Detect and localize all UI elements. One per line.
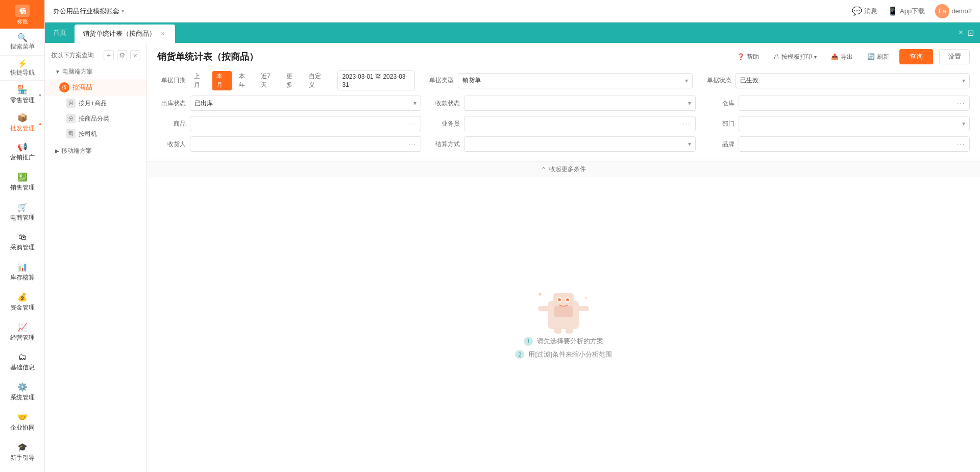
chevron-icon: ▴ xyxy=(39,120,41,126)
doc-status-control[interactable]: 已生效 ▾ xyxy=(736,73,970,88)
scheme-settings-btn[interactable]: ⚙ xyxy=(117,50,127,60)
app-logo: 畅 标账 xyxy=(0,0,45,29)
message-icon: 💬 xyxy=(852,6,862,16)
payment-status-control[interactable]: ▾ xyxy=(464,96,695,111)
goods-label: 商品 xyxy=(157,120,190,128)
filter-row-4: 收货人 ··· 结算方式 ▾ 品牌 ··· xyxy=(157,136,970,152)
sidebar-item-retail[interactable]: 🏪 零售管理 ▾ xyxy=(0,81,44,109)
window-expand-btn[interactable]: ⊡ xyxy=(967,28,974,38)
sidebar-label: 经营管理 xyxy=(10,334,35,342)
filter-row-1: 单据日期 上月 本月 本年 近7天 更多 自定义 2023-03-01 至 20… xyxy=(157,70,970,90)
expand-icon: ▼ xyxy=(55,69,60,75)
collapse-up-icon: ⌃ xyxy=(541,166,546,173)
brand-control[interactable]: ··· xyxy=(739,136,970,152)
pc-section-group[interactable]: ▼ 电脑端方案 xyxy=(45,64,146,79)
panel-title: 按以下方案查询 xyxy=(51,51,94,60)
empty-illustration: ✦ ✦ xyxy=(533,286,594,337)
export-btn[interactable]: 📤 导出 xyxy=(827,51,857,63)
tree-sub-item-month-goods[interactable]: 月 按月+商品 xyxy=(45,96,146,111)
tab-actions: × ⊡ xyxy=(959,28,980,38)
goods-control[interactable]: ··· xyxy=(190,116,421,131)
warehouse-control[interactable]: ··· xyxy=(739,96,970,111)
sidebar-item-finance[interactable]: 💰 资金管理 xyxy=(0,287,44,317)
filter-wrapper: 单据日期 上月 本月 本年 近7天 更多 自定义 2023-03-01 至 20… xyxy=(147,64,980,177)
date-tab-prev[interactable]: 上月 xyxy=(190,71,209,90)
sidebar-item-purchase[interactable]: 🛍 采购管理 xyxy=(0,227,44,257)
sidebar-label: 企业协同 xyxy=(10,423,35,432)
doc-type-control[interactable]: 销货单 ▾ xyxy=(458,73,692,88)
date-label: 单据日期 xyxy=(157,76,190,85)
sidebar-quick-nav[interactable]: ⚡ 快捷导航 xyxy=(0,56,44,81)
sidebar-search[interactable]: 🔍 搜索菜单 xyxy=(0,29,44,56)
message-btn[interactable]: 💬 消息 xyxy=(852,6,877,16)
industry-label: 办公用品行业模拟账套 xyxy=(53,7,119,16)
filter-section: 单据日期 上月 本月 本年 近7天 更多 自定义 2023-03-01 至 20… xyxy=(147,64,980,158)
date-tab-cur[interactable]: 本月 xyxy=(212,71,232,90)
sidebar-item-ecommerce[interactable]: 🛒 电商管理 xyxy=(0,197,44,227)
sidebar-label: 资金管理 xyxy=(10,303,35,312)
industry-dropdown[interactable]: 办公用品行业模拟账套 ▾ xyxy=(53,7,124,16)
sub-icon-month: 月 xyxy=(66,99,76,108)
panel-header: 按以下方案查询 + ⚙ « xyxy=(45,48,146,64)
sidebar-item-apps[interactable]: 🔲 应用中心 xyxy=(0,467,44,472)
page-title-bar: 销货单统计表（按商品） ❓ 帮助 🖨 按模板打印 ▾ 📤 导出 xyxy=(147,43,980,64)
sidebar-label: 销售管理 xyxy=(10,183,35,192)
date-tab-week[interactable]: 近7天 xyxy=(257,71,279,90)
sidebar-label: 采购管理 xyxy=(10,243,35,252)
window-close-btn[interactable]: × xyxy=(959,28,963,37)
sub-icon-category: 分 xyxy=(66,114,76,123)
avatar: Ea xyxy=(935,4,949,18)
date-tab-more[interactable]: 更多 xyxy=(282,71,302,90)
sidebar-item-management[interactable]: 📈 经营管理 xyxy=(0,317,44,347)
panel-collapse-btn[interactable]: « xyxy=(130,50,140,60)
user-profile[interactable]: Ea demo2 xyxy=(935,4,972,18)
sidebar-item-guide[interactable]: 🎓 新手引导 xyxy=(0,437,44,467)
sidebar-item-sales[interactable]: 💹 销售管理 xyxy=(0,167,44,197)
sidebar-label: 零售管理 xyxy=(10,96,35,105)
sub-icon-driver: 司 xyxy=(66,129,76,138)
svg-text:✦: ✦ xyxy=(584,295,588,301)
warehouse-dots-icon: ··· xyxy=(957,100,965,107)
date-tab-custom[interactable]: 自定义 xyxy=(305,71,330,90)
date-range-display[interactable]: 2023-03-01 至 2023-03-31 xyxy=(337,70,415,90)
collapse-filters-btn[interactable]: ⌃ 收起更多条件 xyxy=(147,161,980,177)
print-icon: 🖨 xyxy=(773,53,779,60)
tab-close-btn[interactable]: × xyxy=(159,30,167,38)
salesman-dots-icon: ··· xyxy=(683,120,691,127)
panel-header-icons: + ⚙ « xyxy=(104,50,140,60)
right-panel: 销货单统计表（按商品） ❓ 帮助 🖨 按模板打印 ▾ 📤 导出 xyxy=(147,43,980,472)
doc-type-label: 单据类型 xyxy=(425,76,458,85)
app-download-btn[interactable]: 📱 App下载 xyxy=(888,6,925,16)
tree-item-by-goods[interactable]: 按 按商品 xyxy=(45,79,146,96)
tab-home[interactable]: 首页 xyxy=(45,22,75,43)
sidebar-item-basic[interactable]: 🗂 基础信息 xyxy=(0,347,44,377)
tree-sub-item-driver[interactable]: 司 按司机 xyxy=(45,126,146,141)
department-control[interactable]: ▾ xyxy=(739,116,970,131)
sidebar-item-wholesale[interactable]: 📦 批发管理 ▴ xyxy=(0,109,44,137)
tree-sub-item-category[interactable]: 分 按商品分类 xyxy=(45,111,146,126)
payment-status-label: 收款状态 xyxy=(431,99,464,108)
tab-bar: 首页 销货单统计表（按商品） × × ⊡ xyxy=(45,22,980,43)
setting-button[interactable]: 设置 xyxy=(939,49,970,64)
settlement-control[interactable]: ▾ xyxy=(464,136,695,152)
help-btn[interactable]: ❓ 帮助 xyxy=(733,51,763,63)
add-scheme-btn[interactable]: + xyxy=(104,50,114,60)
sidebar-item-cooperation[interactable]: 🤝 企业协同 xyxy=(0,407,44,437)
date-tab-year[interactable]: 本年 xyxy=(235,71,254,90)
sidebar-item-inventory[interactable]: 📊 库存核算 xyxy=(0,257,44,287)
sidebar-item-system[interactable]: ⚙️ 系统管理 xyxy=(0,377,44,407)
sidebar: 畅 标账 🔍 搜索菜单 ⚡ 快捷导航 🏪 零售管理 ▾ 📦 批发管理 ▴ 📢 营… xyxy=(0,0,45,472)
mobile-section-group[interactable]: ▶ 移动端方案 xyxy=(45,144,146,158)
refresh-btn[interactable]: 🔄 刷新 xyxy=(863,51,893,63)
print-btn[interactable]: 🖨 按模板打印 ▾ xyxy=(769,51,821,63)
sidebar-item-marketing[interactable]: 📢 营销推广 xyxy=(0,137,44,167)
stock-status-control[interactable]: 已出库 ▾ xyxy=(190,96,421,111)
dropdown-arrow-icon: ▾ xyxy=(685,77,688,84)
tab-sales-report[interactable]: 销货单统计表（按商品） × xyxy=(75,25,175,43)
download-icon: 📱 xyxy=(888,6,898,16)
recipient-control[interactable]: ··· xyxy=(190,136,421,152)
print-dropdown-icon: ▾ xyxy=(814,54,817,60)
query-button[interactable]: 查询 xyxy=(899,49,933,64)
svg-rect-10 xyxy=(554,327,561,334)
salesman-control[interactable]: ··· xyxy=(464,116,695,131)
